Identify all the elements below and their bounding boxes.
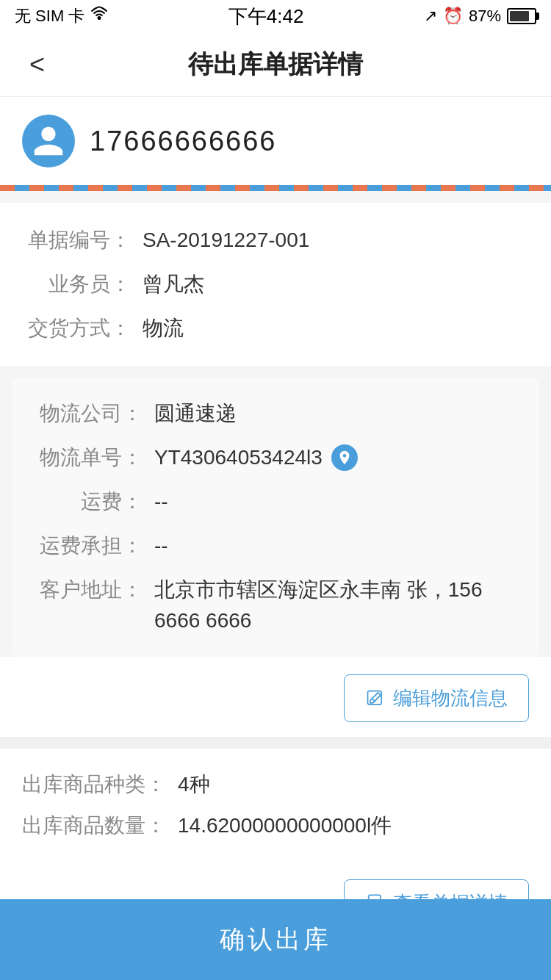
tracking-number-text: YT43064053424l3 [154, 442, 323, 473]
logistics-company-row: 物流公司： 圆通速递 [34, 398, 517, 429]
freight-bear-value: -- [154, 530, 517, 561]
freight-bear-row: 运费承担： -- [34, 530, 517, 561]
confirm-button[interactable]: 确认出库 [0, 899, 551, 980]
order-no-row: 单据编号： SA-20191227-001 [22, 225, 529, 256]
address-label: 客户地址： [34, 574, 143, 605]
logistics-company-label: 物流公司： [34, 398, 143, 429]
sales-person-label: 业务员： [22, 269, 131, 300]
order-info-section: 单据编号： SA-20191227-001 业务员： 曾凡杰 交货方式： 物流 [0, 203, 551, 366]
freight-value: -- [154, 486, 517, 517]
status-bar: 无 SIM 卡 下午4:42 ↗ ⏰ 87% [0, 0, 551, 32]
logistics-tracking-label: 物流单号： [34, 442, 143, 473]
order-no-label: 单据编号： [22, 225, 131, 256]
back-button[interactable]: < [22, 42, 52, 87]
page-title: 待出库单据详情 [188, 48, 363, 82]
carrier-text: 无 SIM 卡 [15, 5, 84, 27]
logistics-tracking-value: YT43064053424l3 [154, 442, 517, 473]
tracking-location-icon[interactable] [331, 444, 358, 471]
address-row: 客户地址： 北京市市辖区海淀区永丰南 张，156 6666 6666 [34, 574, 517, 636]
freight-bear-label: 运费承担： [34, 530, 143, 561]
goods-types-row: 出库商品种类： 4种 [22, 771, 529, 799]
goods-types-label: 出库商品种类： [22, 771, 166, 799]
edit-logistics-label: 编辑物流信息 [393, 685, 508, 711]
content: 17666666666 单据编号： SA-20191227-001 业务员： 曾… [0, 97, 551, 980]
logistics-tracking-row: 物流单号： YT43064053424l3 [34, 442, 517, 473]
time-text: 下午4:42 [228, 4, 304, 29]
battery-icon [507, 8, 536, 24]
edit-icon [365, 688, 386, 709]
freight-label: 运费： [34, 486, 143, 517]
goods-quantity-value: 14.62000000000000l件 [178, 812, 392, 840]
edit-logistics-button[interactable]: 编辑物流信息 [344, 674, 529, 722]
freight-row: 运费： -- [34, 486, 517, 517]
address-value: 北京市市辖区海淀区永丰南 张，156 6666 6666 [154, 574, 517, 636]
goods-quantity-label: 出库商品数量： [22, 812, 166, 840]
order-no-value: SA-20191227-001 [143, 225, 529, 256]
goods-types-value: 4种 [178, 771, 210, 799]
dashed-divider [0, 185, 551, 191]
logistics-card: 物流公司： 圆通速递 物流单号： YT43064053424l3 运费： -- … [12, 378, 539, 657]
section-divider [0, 737, 551, 749]
avatar [22, 115, 75, 167]
customer-header: 17666666666 [0, 97, 551, 185]
nav-bar: < 待出库单据详情 [0, 32, 551, 97]
status-left: 无 SIM 卡 [15, 5, 108, 27]
wifi-icon [90, 5, 108, 27]
goods-section: 出库商品种类： 4种 出库商品数量： 14.62000000000000l件 [0, 749, 551, 862]
battery-text: 87% [469, 7, 501, 26]
delivery-label: 交货方式： [22, 313, 131, 344]
sales-person-value: 曾凡杰 [143, 269, 529, 300]
sales-person-row: 业务员： 曾凡杰 [22, 269, 529, 300]
alarm-icon: ⏰ [443, 7, 463, 26]
edit-logistics-section: 编辑物流信息 [0, 657, 551, 737]
goods-quantity-row: 出库商品数量： 14.62000000000000l件 [22, 812, 529, 840]
delivery-value: 物流 [143, 313, 529, 344]
customer-phone: 17666666666 [90, 126, 276, 157]
delivery-row: 交货方式： 物流 [22, 313, 529, 344]
status-right: ↗ ⏰ 87% [424, 7, 536, 26]
logistics-company-value: 圆通速递 [154, 398, 517, 429]
svg-point-0 [98, 17, 101, 19]
location-status-icon: ↗ [424, 7, 437, 26]
confirm-label: 确认出库 [220, 923, 331, 956]
